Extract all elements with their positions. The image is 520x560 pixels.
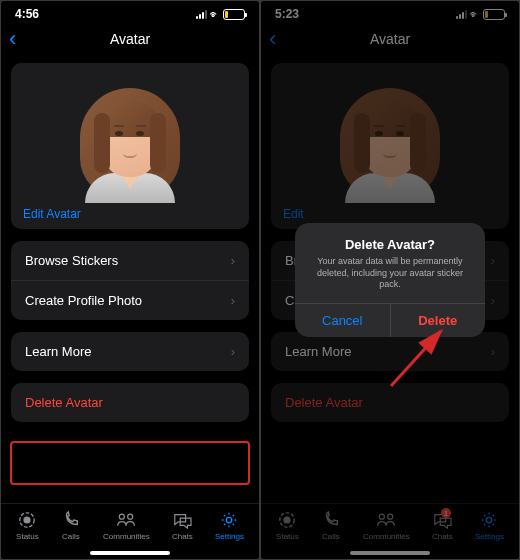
avatar-image: [23, 73, 237, 203]
svg-point-2: [120, 514, 125, 519]
svg-point-1: [24, 516, 31, 523]
phone-left-avatar-settings: 4:56 ᯤ 19 ‹ Avatar Edit Avatar Browse St…: [1, 1, 259, 559]
dialog-message: Your avatar data will be permanently del…: [307, 256, 473, 291]
tab-status[interactable]: Status: [16, 510, 39, 541]
delete-group: Delete Avatar: [11, 383, 249, 422]
phone-icon: [61, 510, 81, 530]
home-indicator[interactable]: [90, 551, 170, 555]
back-button[interactable]: ‹: [9, 28, 16, 50]
dialog-cancel-button[interactable]: Cancel: [295, 304, 391, 337]
tab-communities[interactable]: Communities: [103, 510, 150, 541]
cellular-icon: [196, 10, 207, 19]
modal-overlay[interactable]: Delete Avatar? Your avatar data will be …: [261, 1, 519, 559]
nav-header: ‹ Avatar: [1, 23, 259, 55]
status-icon: [17, 510, 37, 530]
status-time: 4:56: [15, 7, 39, 21]
chevron-right-icon: ›: [231, 253, 235, 268]
dialog-title: Delete Avatar?: [307, 237, 473, 252]
phone-right-delete-dialog: 5:23 ᯤ 15 ‹ Avatar Edit Brow› Crea› Lear…: [261, 1, 519, 559]
tab-calls[interactable]: Calls: [61, 510, 81, 541]
chevron-right-icon: ›: [231, 293, 235, 308]
communities-icon: [116, 510, 136, 530]
create-profile-photo-row[interactable]: Create Profile Photo›: [11, 281, 249, 320]
chats-icon: [172, 510, 192, 530]
gear-icon: [219, 510, 239, 530]
page-title: Avatar: [11, 31, 249, 47]
status-indicators: ᯤ 19: [196, 9, 245, 20]
svg-point-3: [128, 514, 133, 519]
wifi-icon: ᯤ: [210, 9, 220, 20]
svg-point-4: [227, 517, 232, 522]
status-bar: 4:56 ᯤ 19: [1, 1, 259, 23]
chevron-right-icon: ›: [231, 344, 235, 359]
battery-icon: 19: [223, 9, 245, 20]
learn-more-group: Learn More›: [11, 332, 249, 371]
content-area: Edit Avatar Browse Stickers› Create Prof…: [1, 55, 259, 503]
browse-stickers-row[interactable]: Browse Stickers›: [11, 241, 249, 281]
dialog-delete-button[interactable]: Delete: [391, 304, 486, 337]
delete-avatar-dialog: Delete Avatar? Your avatar data will be …: [295, 223, 485, 337]
stickers-group: Browse Stickers› Create Profile Photo›: [11, 241, 249, 320]
edit-avatar-link[interactable]: Edit Avatar: [23, 207, 237, 221]
avatar-preview-card: Edit Avatar: [11, 63, 249, 229]
delete-avatar-button[interactable]: Delete Avatar: [11, 383, 249, 422]
learn-more-row[interactable]: Learn More›: [11, 332, 249, 371]
tab-chats[interactable]: Chats: [172, 510, 193, 541]
tab-settings[interactable]: Settings: [215, 510, 244, 541]
